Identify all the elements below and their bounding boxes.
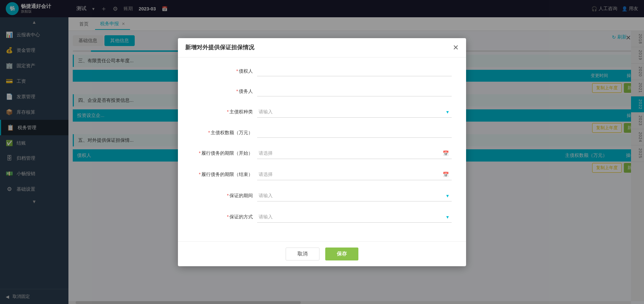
guarantee-period-placeholder: 请输入 [257, 190, 452, 201]
period-start-date[interactable]: 请选择 📅 [257, 148, 452, 159]
debtor-input[interactable] [257, 86, 452, 96]
modal-footer: 取消 保存 [178, 241, 466, 266]
debt-type-arrow-icon: ▾ [446, 109, 449, 115]
debt-amount-required: * [208, 130, 210, 135]
guarantee-method-arrow-icon: ▾ [446, 214, 449, 220]
period-end-required: * [199, 172, 201, 177]
creditor-label: *债权人 [192, 68, 257, 74]
period-end-label: *履行债务的期限（结束） [192, 171, 257, 178]
form-row-debt-type: *主债权种类 请输入 ▾ [192, 106, 452, 118]
save-button[interactable]: 保存 [325, 248, 358, 260]
guarantee-method-required: * [227, 214, 229, 219]
form-row-guarantee-period: *保证的期间 请输入 ▾ [192, 190, 452, 201]
modal-close-btn[interactable]: ✕ [453, 44, 459, 51]
guarantee-period-required: * [227, 193, 229, 198]
form-row-period-end: *履行债务的期限（结束） 请选择 📅 [192, 169, 452, 180]
period-end-date[interactable]: 请选择 📅 [257, 169, 452, 180]
debt-type-required: * [227, 109, 229, 114]
form-row-debt-amount: *主债权数额（万元） [192, 128, 452, 138]
modal-dialog: 新增对外提供保证担保情况 ✕ *债权人 *债务人 *主债权种类 [178, 38, 466, 266]
guarantee-method-label: *保证的方式 [192, 214, 257, 220]
modal-overlay: 新增对外提供保证担保情况 ✕ *债权人 *债务人 *主债权种类 [0, 0, 644, 304]
form-row-debtor: *债务人 [192, 86, 452, 96]
creditor-required: * [236, 68, 238, 74]
period-start-calendar-icon[interactable]: 📅 [443, 150, 449, 156]
modal-title: 新增对外提供保证担保情况 [185, 44, 254, 51]
modal-body: *债权人 *债务人 *主债权种类 请输入 ▾ [178, 58, 466, 241]
debt-type-select[interactable]: 请输入 ▾ [257, 106, 452, 118]
debt-type-placeholder: 请输入 [257, 106, 452, 117]
debt-amount-label: *主债权数额（万元） [192, 130, 257, 136]
guarantee-method-select[interactable]: 请输入 ▾ [257, 212, 452, 223]
period-end-calendar-icon[interactable]: 📅 [443, 172, 449, 177]
debt-amount-input[interactable] [257, 128, 452, 138]
form-row-period-start: *履行债务的期限（开始） 请选择 📅 [192, 148, 452, 159]
guarantee-period-label: *保证的期间 [192, 192, 257, 199]
period-start-label: *履行债务的期限（开始） [192, 150, 257, 156]
form-row-creditor: *债权人 [192, 66, 452, 76]
period-start-placeholder: 请选择 [257, 148, 452, 159]
guarantee-method-placeholder: 请输入 [257, 212, 452, 222]
creditor-input[interactable] [257, 66, 452, 76]
guarantee-period-arrow-icon: ▾ [446, 193, 449, 199]
cancel-button[interactable]: 取消 [286, 248, 319, 260]
form-row-guarantee-method: *保证的方式 请输入 ▾ [192, 212, 452, 223]
debt-type-label: *主债权种类 [192, 109, 257, 115]
guarantee-period-select[interactable]: 请输入 ▾ [257, 190, 452, 201]
period-start-required: * [199, 150, 201, 156]
debtor-label: *债务人 [192, 88, 257, 95]
period-end-placeholder: 请选择 [257, 169, 452, 180]
modal-header: 新增对外提供保证担保情况 ✕ [178, 38, 466, 58]
debtor-required: * [236, 89, 238, 94]
